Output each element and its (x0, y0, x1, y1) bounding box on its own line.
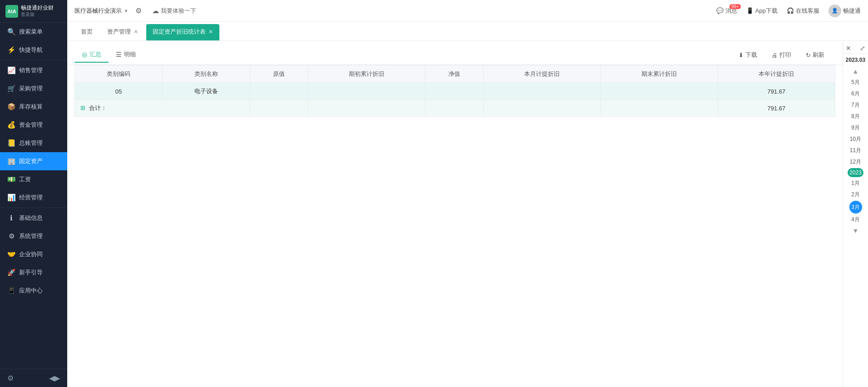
sidebar-item-ledger[interactable]: 📒 总账管理 (0, 134, 67, 152)
col-name: 类别名称 (162, 65, 250, 83)
tab-asset-mgmt[interactable]: 资产管理 ✕ (101, 24, 144, 40)
ledger-icon: 📒 (7, 139, 15, 147)
panel-expand-button[interactable]: ⤢ (860, 45, 865, 52)
company-selector[interactable]: 医疗器械行业演示 ▼ (74, 7, 129, 15)
avatar: 👤 (828, 5, 841, 17)
tab-fixed-asset-depreciation-label: 固定资产折旧统计表 (153, 28, 206, 36)
experience-icon: ☁ (152, 7, 159, 15)
sidebar: AtA 畅捷通好业财 普及版 🔍 搜索菜单 ⚡ 快捷导航 📈 销售管理 🛒 采购… (0, 0, 67, 387)
sidebar-item-operations[interactable]: 📊 经营管理 (0, 189, 67, 207)
purchase-icon: 🛒 (7, 84, 15, 93)
sidebar-item-basic-info[interactable]: ℹ 基础信息 (0, 209, 67, 227)
sidebar-item-newbie-guide-label: 新手引导 (19, 268, 43, 277)
sidebar-item-system[interactable]: ⚙ 系统管理 (0, 227, 67, 245)
sidebar-item-inventory[interactable]: 📦 库存核算 (0, 98, 67, 116)
sidebar-item-fixed-asset[interactable]: 🏢 固定资产 (0, 152, 67, 170)
col-net-value: 净值 (425, 65, 483, 83)
company-arrow-icon: ▼ (124, 8, 129, 14)
panel-month-6[interactable]: 6月 (851, 88, 860, 99)
col-original-value: 原值 (250, 65, 308, 83)
logo-text: AtA (7, 9, 16, 14)
download-icon: ⬇ (739, 52, 744, 59)
refresh-button[interactable]: ↻ 刷新 (802, 49, 828, 61)
row-annual-depreciation: 791.67 (718, 83, 835, 100)
panel-up-nav[interactable]: ▲ (851, 66, 861, 77)
sidebar-item-quick-nav[interactable]: ⚡ 快捷导航 (0, 41, 67, 59)
right-date-panel: ✕ ⤢ 2023.03 ▲ 5月 6月 7月 8月 9月 10月 11月 12月… (843, 41, 868, 387)
sidebar-item-newbie-guide[interactable]: 🚀 新手引导 (0, 263, 67, 282)
tab-asset-mgmt-close[interactable]: ✕ (134, 29, 138, 35)
experience-button[interactable]: ☁ 我要体验一下 (152, 7, 196, 15)
sidebar-item-purchase[interactable]: 🛒 采购管理 (0, 79, 67, 98)
settings-button[interactable]: ⚙ (132, 5, 145, 17)
sidebar-item-enterprise-collab[interactable]: 🤝 企业协同 (0, 245, 67, 263)
print-button[interactable]: 🖨 打印 (768, 49, 795, 61)
table-row: 05 电子设备 791.67 (75, 83, 835, 100)
company-name: 医疗器械行业演示 (74, 7, 122, 15)
panel-month-10[interactable]: 10月 (850, 134, 861, 145)
tab-home-label: 首页 (81, 28, 93, 36)
subtab-summary[interactable]: ◎ 汇总 (74, 47, 109, 63)
settings-bottom-icon[interactable]: ⚙ (7, 374, 14, 382)
panel-date-header: 2023.03 (844, 54, 867, 66)
panel-month-9[interactable]: 9月 (851, 122, 860, 134)
app-download-icon: 📱 (746, 7, 754, 14)
sidebar-divider-1 (0, 60, 67, 60)
newbie-guide-icon: 🚀 (7, 268, 15, 277)
sidebar-nav: 🔍 搜索菜单 ⚡ 快捷导航 📈 销售管理 🛒 采购管理 📦 库存核算 💰 资金管… (0, 23, 67, 369)
panel-month-2023-2[interactable]: 2月 (851, 189, 860, 200)
panel-month-5[interactable]: 5月 (851, 77, 860, 88)
refresh-label: 刷新 (813, 51, 824, 59)
panel-month-12[interactable]: 12月 (850, 156, 861, 168)
funds-icon: 💰 (7, 121, 15, 129)
row-period-end-accumulated-depreciation (600, 83, 718, 100)
sidebar-item-operations-label: 经营管理 (19, 194, 43, 202)
total-label: ⊞ 合计： (75, 100, 250, 117)
online-service-label: 在线客服 (796, 7, 819, 15)
app-download-label: App下载 (755, 7, 778, 15)
online-service-icon: 🎧 (787, 7, 794, 14)
sidebar-item-app-center-label: 应用中心 (19, 287, 43, 295)
col-period-end-accumulated-depreciation: 期末累计折旧 (600, 65, 718, 83)
sidebar-item-search[interactable]: 🔍 搜索菜单 (0, 23, 67, 41)
tab-fixed-asset-depreciation-close[interactable]: ✕ (208, 29, 213, 35)
panel-month-7[interactable]: 7月 (851, 99, 860, 111)
row-initial-accumulated-depreciation (308, 83, 425, 100)
user-action[interactable]: 👤 畅捷通 (828, 5, 861, 17)
sidebar-footer: ⚙ ◀▶ (0, 369, 67, 387)
panel-close-button[interactable]: ✕ (846, 45, 851, 52)
panel-month-2023-4[interactable]: 4月 (851, 214, 860, 225)
panel-month-8[interactable]: 8月 (851, 111, 860, 122)
message-action[interactable]: 💬 消息 99+ (716, 7, 737, 15)
app-center-icon: 📱 (7, 287, 15, 295)
message-badge: 99+ (729, 4, 741, 9)
subtab-summary-label: 汇总 (89, 50, 101, 59)
total-monthly-depreciation (483, 100, 600, 117)
app-download-action[interactable]: 📱 App下载 (746, 7, 778, 15)
payroll-icon: 💵 (7, 175, 15, 184)
sidebar-item-app-center[interactable]: 📱 应用中心 (0, 282, 67, 300)
sidebar-item-funds[interactable]: 💰 资金管理 (0, 116, 67, 134)
sidebar-item-sales[interactable]: 📈 销售管理 (0, 61, 67, 79)
collapse-icon[interactable]: ◀▶ (49, 374, 60, 382)
sidebar-item-inventory-label: 库存核算 (19, 103, 43, 111)
sidebar-item-quick-nav-label: 快捷导航 (19, 46, 43, 54)
sidebar-item-search-label: 搜索菜单 (19, 28, 43, 36)
content-area: ◎ 汇总 ☰ 明细 ⬇ 下载 🖨 打印 (67, 41, 868, 387)
download-label: 下载 (745, 51, 757, 59)
tab-fixed-asset-depreciation[interactable]: 固定资产折旧统计表 ✕ (146, 24, 219, 40)
panel-month-11[interactable]: 11月 (850, 145, 861, 156)
online-service-action[interactable]: 🎧 在线客服 (787, 7, 819, 15)
total-period-end-accumulated-depreciation (600, 100, 718, 117)
main-area: 医疗器械行业演示 ▼ ⚙ ☁ 我要体验一下 💬 消息 99+ 📱 App下载 🎧… (67, 0, 868, 387)
panel-down-nav[interactable]: ▼ (851, 225, 861, 236)
system-icon: ⚙ (7, 232, 15, 240)
panel-year-2023[interactable]: 2023 (848, 168, 863, 177)
panel-month-2023-1[interactable]: 1月 (851, 178, 860, 189)
panel-month-2023-3[interactable]: 3月 (849, 201, 862, 213)
subtab-detail[interactable]: ☰ 明细 (109, 47, 143, 63)
tab-home[interactable]: 首页 (74, 24, 99, 40)
total-net-value (425, 100, 483, 117)
sidebar-item-payroll[interactable]: 💵 工资 (0, 170, 67, 189)
download-button[interactable]: ⬇ 下载 (735, 49, 761, 61)
